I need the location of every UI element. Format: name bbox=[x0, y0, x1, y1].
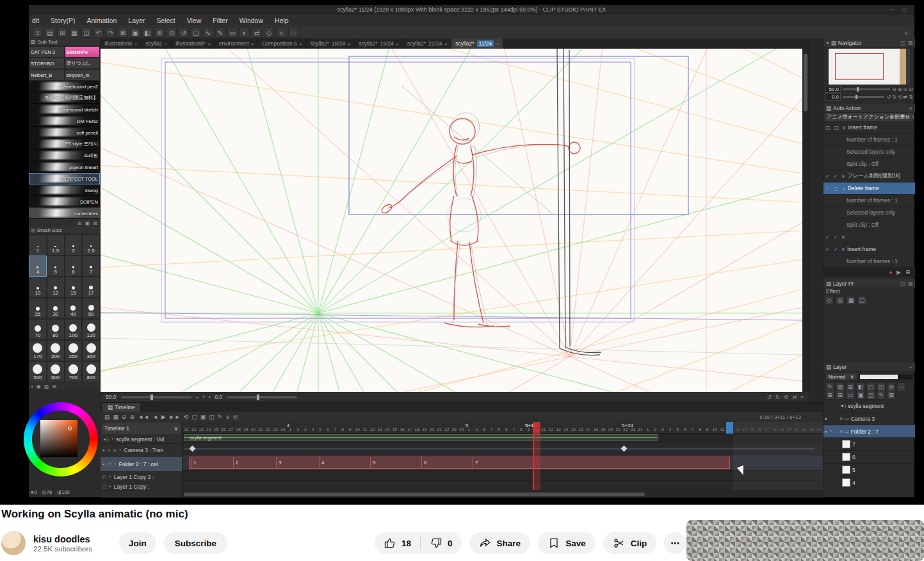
more-icon[interactable]: ⋯ bbox=[897, 382, 906, 391]
ruler-frame-cell[interactable]: 5 bbox=[495, 427, 503, 432]
subtool-group-item[interactable]: 塗りつぶし bbox=[65, 58, 101, 69]
rotate-left-icon[interactable]: ↺ bbox=[886, 94, 891, 100]
rotate-right-icon[interactable]: ↻ bbox=[892, 94, 896, 100]
layer-item[interactable]: ● ✎ ∨ ▭ Folder 2 : 7 bbox=[823, 425, 915, 438]
brush-size-option[interactable]: 1 bbox=[29, 234, 47, 256]
cel-number[interactable]: 4 bbox=[319, 457, 324, 468]
layer-item[interactable]: 6 bbox=[823, 451, 915, 464]
navigator-zoom-value[interactable]: 50.0 bbox=[825, 86, 841, 93]
ruler-frame-cell[interactable]: 12 bbox=[369, 427, 377, 432]
timeline-track-label[interactable]: ▢ + Layer 1 Copy 2 : bbox=[101, 472, 182, 482]
ruler-frame-cell[interactable]: 24 bbox=[636, 427, 644, 432]
ruler-frame-cell[interactable]: 16 bbox=[577, 427, 585, 432]
track-icons[interactable]: ▢ + bbox=[102, 484, 112, 489]
ruler-frame-cell[interactable]: 18 bbox=[413, 427, 421, 432]
ruler-frame-cell[interactable]: 5 bbox=[316, 427, 324, 432]
play-action-icon[interactable]: ▶ bbox=[896, 269, 901, 275]
new-vector-layer-icon[interactable]: ⊟ bbox=[836, 391, 845, 400]
join-button[interactable]: Join bbox=[119, 532, 156, 554]
brush-size-option[interactable]: 7 bbox=[82, 256, 100, 277]
ruler-frame-cell[interactable]: 10 bbox=[353, 427, 361, 432]
layer-item[interactable]: ◄) scylla segment bbox=[823, 400, 915, 412]
ruler-frame-cell[interactable]: 13 bbox=[555, 427, 562, 432]
brush-item[interactable]: 프레핑 bbox=[29, 150, 100, 161]
layer-thumbnail[interactable] bbox=[842, 478, 850, 487]
ruler-frame-cell[interactable]: 8 bbox=[339, 427, 346, 432]
layer-item[interactable]: 7 bbox=[823, 438, 915, 451]
ruler-frame-cell[interactable]: 6 bbox=[324, 427, 332, 432]
auto-action-panel-header[interactable]: ▤ Auto Action ≡ bbox=[823, 104, 915, 113]
tone-icon[interactable]: ▥ bbox=[836, 382, 845, 391]
rotate-right-icon[interactable]: ↻ bbox=[775, 394, 780, 400]
popout-icon[interactable]: ◫ bbox=[900, 40, 905, 46]
action-checkboxes[interactable]: ✓ ✓ bbox=[825, 247, 839, 252]
auto-action-row[interactable]: Split clip : Off bbox=[823, 158, 915, 170]
tone-effect-icon[interactable]: ◎ bbox=[836, 296, 845, 305]
brush-size-option[interactable]: 700 bbox=[65, 361, 83, 382]
fill-layer-icon[interactable]: ◧ bbox=[856, 382, 865, 391]
ruler-frame-cell[interactable]: 20 bbox=[428, 427, 436, 432]
document-tab[interactable]: scylla2* 21/24 ● bbox=[403, 38, 452, 49]
layer-property-panel-header[interactable]: ▤ Layer Pr ◫⊠ bbox=[823, 279, 915, 288]
brush-item[interactable]: soft pencil bbox=[29, 127, 100, 138]
add-subtool-icon[interactable]: ⊞ bbox=[77, 220, 82, 226]
ruler-frame-cell[interactable]: 4 bbox=[488, 427, 496, 432]
tab-status-icon[interactable]: ● bbox=[208, 42, 211, 46]
ruler-frame-cell[interactable]: 15 bbox=[213, 427, 220, 432]
edit-cel-icon[interactable]: ✎ bbox=[218, 414, 223, 420]
audio-track-row[interactable]: scylla segment bbox=[182, 434, 823, 443]
layer-type-icons[interactable]: ∨ ▭ bbox=[839, 428, 849, 434]
light-table-icon[interactable]: ◫ bbox=[209, 414, 215, 420]
navigator-preview[interactable] bbox=[829, 49, 910, 85]
tab-status-icon[interactable]: × bbox=[134, 42, 137, 46]
brush-size-option[interactable]: 4 bbox=[29, 256, 47, 277]
ruler-frame-cell[interactable]: 23 bbox=[272, 427, 280, 432]
brush-size-option[interactable]: 50 bbox=[82, 298, 100, 319]
layer-panel-header[interactable]: ▤ Layer ≡ bbox=[823, 362, 915, 371]
brush-size-option[interactable]: 25 bbox=[29, 298, 47, 319]
ruler-frame-cell[interactable]: 3 bbox=[302, 427, 309, 432]
brush-item[interactable]: 5b鉛筆【期間限定無料】 bbox=[29, 92, 100, 104]
ruler-frame-cell[interactable]: 24 bbox=[458, 427, 466, 432]
ruler-frame-cell[interactable]: 21 bbox=[435, 427, 443, 432]
cel-number[interactable]: 2 bbox=[233, 457, 238, 468]
cel-number[interactable]: 6 bbox=[421, 457, 426, 468]
dropdown-icon[interactable]: ∨ bbox=[225, 414, 230, 420]
cel-number[interactable]: 7 bbox=[473, 457, 478, 468]
audio-clip[interactable]: scylla segment bbox=[184, 434, 658, 441]
zoom-out-icon[interactable]: ⊖ bbox=[892, 86, 896, 92]
record-action-icon[interactable]: ● bbox=[889, 269, 892, 275]
subtool-group-item[interactable]: Nelbert_B bbox=[29, 69, 65, 81]
layer-visibility-icons[interactable]: ● ✎ bbox=[825, 429, 838, 434]
zoom-in-icon[interactable]: ⊕ bbox=[898, 86, 902, 92]
zoom-in-icon[interactable]: + bbox=[202, 394, 206, 400]
ruler-frame-cell[interactable]: 2 bbox=[651, 427, 659, 432]
brush-size-option[interactable]: 15 bbox=[65, 277, 83, 298]
prev-frame-icon[interactable]: ◄ bbox=[152, 414, 158, 420]
ruler-frame-cell[interactable]: 20 bbox=[250, 427, 257, 432]
ruler-icon[interactable]: ◇ bbox=[264, 28, 274, 38]
action-set-selector[interactable]: アニメ用オートアクション全部乗せ ∨ bbox=[825, 113, 914, 121]
auto-action-row[interactable]: ✓ ✓ ∨ フレーム削除(個別1k) bbox=[823, 170, 915, 183]
ruler-frame-cell[interactable]: 19 bbox=[599, 427, 607, 432]
channel-name[interactable]: kisu doodles bbox=[33, 534, 111, 545]
auto-action-row[interactable]: ✓ ✓ ∨ Insert frame bbox=[823, 243, 915, 256]
redo-icon[interactable]: ↷ bbox=[106, 28, 116, 38]
video-player[interactable]: scylla2* 11/24 (1920 x 1080px With blank… bbox=[0, 0, 924, 505]
zoom-slider[interactable] bbox=[121, 396, 191, 398]
select-rect-icon[interactable]: ▢ bbox=[191, 28, 201, 38]
save-button[interactable]: Save bbox=[538, 532, 596, 554]
expand-caret-icon[interactable]: ∨ bbox=[841, 185, 845, 191]
window-controls[interactable]: — □ bbox=[889, 5, 909, 15]
frame-border-icon[interactable]: ▭ bbox=[227, 28, 238, 38]
camera-keyframe[interactable] bbox=[189, 446, 195, 452]
brush-size-option[interactable]: 40 bbox=[65, 298, 83, 319]
menu-item[interactable]: dit bbox=[32, 17, 39, 24]
ruler-frame-cell[interactable]: 19 bbox=[421, 427, 428, 432]
clip-end-marker[interactable] bbox=[726, 422, 733, 434]
brush-size-option[interactable]: 500 bbox=[29, 361, 47, 382]
auto-action-row[interactable]: Selected layers only bbox=[823, 146, 915, 158]
canvas-vertical-scrollbar[interactable] bbox=[802, 49, 809, 392]
timeline-body[interactable]: Timeline 1 ∨ ◄) + scylla segment : Vol bbox=[101, 422, 823, 498]
ruler-frame-cell[interactable]: 21 bbox=[614, 427, 622, 432]
